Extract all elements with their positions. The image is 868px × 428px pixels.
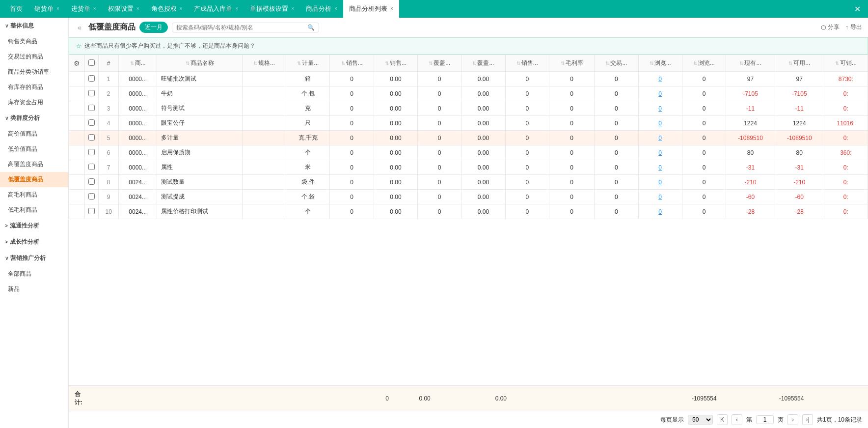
nav-close-icon[interactable]: × <box>390 0 393 18</box>
sidebar-item-high-margin[interactable]: 高毛利商品 <box>0 187 68 202</box>
page-prev-button[interactable]: ‹ <box>732 414 742 425</box>
sort-icon[interactable]: ⇅ <box>650 60 653 66</box>
sort-icon[interactable]: ⇅ <box>472 60 476 66</box>
sidebar-item-in-stock-products[interactable]: 有库存的商品 <box>0 80 68 95</box>
page-size-select[interactable]: 50 20 100 <box>688 415 713 425</box>
sidebar-section-cluster[interactable]: ∨ 类群度分析 <box>0 110 68 126</box>
row-checkbox-cell[interactable] <box>85 131 99 145</box>
page-next-button[interactable]: › <box>787 414 798 425</box>
export-button[interactable]: ↑ 导出 <box>845 23 862 31</box>
sort-icon[interactable]: ⇅ <box>835 60 839 66</box>
nav-role-auth[interactable]: 角色授权 × <box>145 0 189 18</box>
sidebar-item-category-turnover[interactable]: 商品分类动销率 <box>0 64 68 80</box>
nav-product-analysis[interactable]: 商品分析 × <box>300 0 343 18</box>
search-input[interactable] <box>176 24 305 31</box>
col-checkbox[interactable] <box>85 55 99 72</box>
search-icon[interactable]: 🔍 <box>307 24 315 31</box>
sort-icon[interactable]: ⇅ <box>516 60 520 66</box>
row-checkbox-cell[interactable] <box>85 190 99 204</box>
row-checkbox-cell[interactable] <box>85 145 99 160</box>
sort-icon[interactable]: ⇅ <box>561 60 565 66</box>
sidebar-item-capital-occupation[interactable]: 库存资金占用 <box>0 95 68 110</box>
row-checkbox[interactable] <box>88 208 95 214</box>
row-browse-cnt[interactable]: 0 <box>638 72 682 86</box>
sort-icon[interactable]: ⇅ <box>341 60 345 66</box>
sort-icon[interactable]: ⇅ <box>385 60 389 66</box>
col-settings[interactable]: ⚙ <box>69 55 85 72</box>
row-browse-cnt[interactable]: 0 <box>638 131 682 145</box>
sidebar-section-liquidity[interactable]: > 流通性分析 <box>0 218 68 234</box>
sidebar-item-high-coverage[interactable]: 高覆盖度商品 <box>0 157 68 172</box>
row-checkbox-cell[interactable] <box>85 72 99 86</box>
sort-icon[interactable]: ⇅ <box>788 60 792 66</box>
sort-icon[interactable]: ⇅ <box>253 60 257 66</box>
sort-icon[interactable]: ⇅ <box>186 60 190 66</box>
sidebar-collapse-button[interactable]: « <box>75 23 84 32</box>
nav-close-icon[interactable]: × <box>93 0 96 18</box>
row-browse-cnt[interactable]: 0 <box>638 116 682 131</box>
sort-icon[interactable]: ⇅ <box>693 60 697 66</box>
row-checkbox[interactable] <box>88 178 95 185</box>
row-checkbox[interactable] <box>88 134 95 141</box>
row-checkbox[interactable] <box>88 149 95 155</box>
row-checkbox-cell[interactable] <box>85 204 99 219</box>
nav-permission-setting[interactable]: 权限设置 × <box>102 0 145 18</box>
page-first-button[interactable]: K <box>717 414 728 425</box>
sidebar-item-low-value[interactable]: 低价值商品 <box>0 142 68 157</box>
row-checkbox-cell[interactable] <box>85 86 99 101</box>
sidebar-item-low-coverage[interactable]: 低覆盖度商品 <box>0 172 68 187</box>
row-browse-cnt[interactable]: 0 <box>638 145 682 160</box>
sort-icon[interactable]: ⇅ <box>297 60 301 66</box>
sidebar-item-sales-products[interactable]: 销售类商品 <box>0 34 68 49</box>
row-checkbox-cell[interactable] <box>85 116 99 131</box>
share-button[interactable]: ⬡ 分享 <box>821 23 840 31</box>
sidebar-section-growth[interactable]: > 成长性分析 <box>0 234 68 250</box>
sidebar-section-marketing[interactable]: ∨ 营销推广分析 <box>0 250 68 266</box>
row-browse-cnt[interactable]: 0 <box>638 204 682 219</box>
row-browse-cnt[interactable]: 0 <box>638 101 682 116</box>
row-checkbox[interactable] <box>88 75 95 82</box>
sidebar-item-new-products[interactable]: 新品 <box>0 282 68 297</box>
sidebar-item-low-margin[interactable]: 低毛利商品 <box>0 202 68 218</box>
row-cover-rate: 0.00 <box>461 131 505 145</box>
row-spec <box>242 175 286 190</box>
row-browse-cnt[interactable]: 0 <box>638 86 682 101</box>
sidebar-item-high-value[interactable]: 高价值商品 <box>0 126 68 142</box>
nav-close-icon[interactable]: × <box>334 0 337 18</box>
nav-sales-order[interactable]: 销货单 × <box>28 0 65 18</box>
nav-home[interactable]: 首页 <box>4 0 28 18</box>
nav-close-icon[interactable]: × <box>136 0 139 18</box>
sort-icon[interactable]: ⇅ <box>130 60 134 66</box>
row-checkbox[interactable] <box>88 119 95 126</box>
sort-icon[interactable]: ⇅ <box>605 60 609 66</box>
nav-product-analysis-list[interactable]: 商品分析列表 × <box>343 0 399 18</box>
page-number-input[interactable] <box>756 415 774 424</box>
window-close-button[interactable]: ✕ <box>850 2 864 16</box>
sidebar-item-all-products[interactable]: 全部商品 <box>0 266 68 282</box>
sidebar-section-overall[interactable]: ∨ 整体信息 <box>0 18 68 34</box>
sidebar-item-traded-products[interactable]: 交易过的商品 <box>0 49 68 64</box>
sort-icon[interactable]: ⇅ <box>739 60 743 66</box>
row-browse-cnt[interactable]: 0 <box>638 190 682 204</box>
row-browse-cnt[interactable]: 0 <box>638 175 682 190</box>
row-checkbox[interactable] <box>88 105 95 111</box>
nav-close-icon[interactable]: × <box>56 0 59 18</box>
row-checkbox-cell[interactable] <box>85 160 99 175</box>
row-checkbox[interactable] <box>88 164 95 170</box>
nav-finished-goods[interactable]: 产成品入库单 × <box>188 0 244 18</box>
select-all-checkbox[interactable] <box>88 59 95 66</box>
row-checkbox[interactable] <box>88 193 95 200</box>
nav-voucher-template[interactable]: 单据模板设置 × <box>244 0 300 18</box>
table-wrapper[interactable]: ⚙ # ⇅商... ⇅商品名称 ⇅规格... ⇅计量... ⇅销售... ⇅销售… <box>69 55 868 385</box>
row-browse-cnt[interactable]: 0 <box>638 160 682 175</box>
row-checkbox-cell[interactable] <box>85 175 99 190</box>
period-recent-month[interactable]: 近一月 <box>139 22 168 33</box>
nav-close-icon[interactable]: × <box>291 0 294 18</box>
row-checkbox-cell[interactable] <box>85 101 99 116</box>
nav-purchase-order[interactable]: 进货单 × <box>65 0 102 18</box>
row-checkbox[interactable] <box>88 90 95 96</box>
page-last-button[interactable]: ›| <box>802 414 813 425</box>
nav-close-icon[interactable]: × <box>180 0 183 18</box>
nav-close-icon[interactable]: × <box>235 0 238 18</box>
sort-icon[interactable]: ⇅ <box>429 60 433 66</box>
